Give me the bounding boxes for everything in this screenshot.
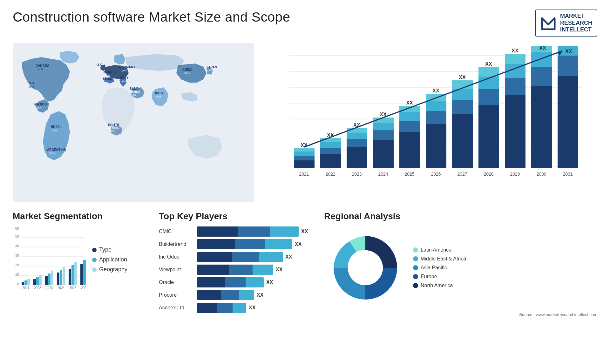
player-name-buildertrend: Buildertrend [159, 241, 194, 247]
reg-legend-latin: Latin America [413, 247, 466, 253]
svg-rect-54 [399, 106, 420, 112]
svg-rect-122 [63, 267, 65, 285]
player-name-incodoo: Inc Odoo [159, 254, 194, 260]
svg-text:2024: 2024 [58, 286, 65, 290]
svg-rect-113 [36, 277, 39, 285]
segmentation-title: Market Segmentation [13, 211, 146, 221]
svg-point-132 [348, 250, 383, 285]
legend-type: Type [92, 246, 127, 253]
growth-chart-area: 2021 XX 2022 XX 2023 XX [261, 43, 597, 202]
world-map-area: CANADA xx% U.S. xx% MEXICO xx% BRAZIL xx… [13, 43, 254, 202]
country-italy: ITALY [120, 76, 129, 80]
world-map-svg: CANADA xx% U.S. xx% MEXICO xx% BRAZIL xx… [13, 43, 254, 202]
donut-chart-svg [324, 226, 407, 309]
svg-text:2022: 2022 [34, 286, 41, 290]
legend-app-dot [92, 258, 97, 262]
svg-text:2026: 2026 [431, 172, 441, 177]
svg-rect-45 [373, 140, 394, 168]
reg-legend-northam: North America [413, 283, 466, 288]
svg-rect-112 [33, 279, 36, 285]
svg-text:2024: 2024 [378, 172, 388, 177]
segmentation-chart: 0 10 20 30 40 50 60 [13, 226, 146, 293]
svg-text:XX: XX [485, 61, 492, 67]
player-name-aconex: Aconex Ltd [159, 305, 194, 311]
svg-rect-51 [399, 132, 420, 168]
players-title: Top Key Players [159, 211, 311, 221]
svg-text:xx%: xx% [29, 85, 34, 88]
svg-text:xx%: xx% [36, 106, 42, 109]
svg-rect-116 [45, 276, 48, 285]
player-name-oracle: Oracle [159, 280, 194, 285]
svg-text:50: 50 [15, 234, 19, 238]
svg-text:0: 0 [17, 282, 19, 286]
country-india: INDIA [155, 91, 164, 95]
svg-text:xx%: xx% [49, 152, 55, 155]
player-bar-oracle: XX [197, 277, 311, 287]
svg-rect-52 [399, 121, 420, 132]
legend-geography: Geography [92, 266, 127, 273]
svg-text:xx%: xx% [131, 93, 136, 96]
reg-dot-europe [413, 274, 418, 279]
svg-rect-78 [505, 54, 525, 64]
svg-rect-120 [57, 273, 59, 285]
svg-rect-117 [48, 273, 51, 285]
svg-rect-69 [478, 105, 499, 168]
svg-rect-47 [373, 123, 394, 130]
svg-text:xx%: xx% [105, 74, 110, 77]
country-us: U.S. [29, 81, 35, 85]
country-spain: SPAIN [103, 77, 112, 81]
svg-rect-39 [347, 147, 367, 168]
svg-rect-114 [39, 275, 42, 285]
top-section: CANADA xx% U.S. xx% MEXICO xx% BRAZIL xx… [13, 43, 597, 202]
reg-dot-asia [413, 265, 418, 270]
country-mexico: MEXICO [34, 103, 47, 106]
source-text: Source : www.marketresearchintellect.com [324, 312, 597, 317]
svg-text:60: 60 [15, 226, 19, 230]
svg-text:XX: XX [539, 46, 546, 51]
country-china: CHINA [182, 68, 193, 71]
page-title: Construction software Market Size and Sc… [13, 10, 290, 25]
svg-text:xx%: xx% [52, 129, 58, 132]
player-bar-viewpoint: XX [197, 265, 311, 275]
svg-text:40: 40 [15, 244, 19, 248]
svg-text:2026: 2026 [81, 286, 86, 290]
svg-rect-63 [452, 114, 473, 168]
page: Construction software Market Size and Sc… [0, 0, 610, 364]
svg-text:XX: XX [565, 49, 572, 54]
players-area: Top Key Players CMiC XX Buildertrend [159, 211, 311, 313]
player-row-aconex: Aconex Ltd XX [159, 303, 311, 313]
svg-rect-41 [347, 133, 367, 139]
growth-chart-svg: 2021 XX 2022 XX 2023 XX [267, 46, 591, 192]
svg-text:xx%: xx% [121, 69, 127, 72]
svg-rect-121 [60, 270, 62, 285]
player-bar-procore: XX [197, 290, 311, 300]
svg-rect-35 [320, 142, 341, 148]
svg-rect-83 [531, 52, 552, 67]
player-bar-incodoo: XX [197, 252, 311, 262]
player-row-cmic: CMiC XX [159, 226, 311, 237]
svg-text:2030: 2030 [536, 172, 546, 177]
header: Construction software Market Size and Sc… [13, 10, 597, 37]
svg-rect-110 [27, 279, 30, 285]
player-row-incodoo: Inc Odoo XX [159, 252, 311, 262]
svg-rect-53 [399, 112, 420, 121]
svg-rect-81 [531, 86, 552, 168]
svg-rect-33 [320, 154, 341, 168]
segmentation-legend: Type Application Geography [92, 246, 127, 273]
player-name-procore: Procore [159, 292, 194, 298]
svg-rect-30 [294, 148, 315, 152]
svg-rect-125 [71, 265, 74, 285]
svg-text:2025: 2025 [69, 286, 77, 290]
svg-text:2031: 2031 [563, 172, 573, 177]
regional-title: Regional Analysis [324, 211, 597, 221]
logo-text: MARKET RESEARCH INTELLECT [560, 13, 592, 33]
player-name-viewpoint: Viewpoint [159, 267, 194, 273]
country-france: FRANCE [104, 71, 117, 74]
reg-legend-europe: Europe [413, 274, 466, 280]
svg-text:XX: XX [459, 75, 466, 80]
svg-text:xx%: xx% [38, 68, 43, 71]
reg-legend-asia: Asia Pacific [413, 265, 466, 271]
svg-rect-70 [478, 89, 499, 105]
player-row-oracle: Oracle XX [159, 277, 311, 287]
svg-rect-29 [294, 152, 315, 156]
